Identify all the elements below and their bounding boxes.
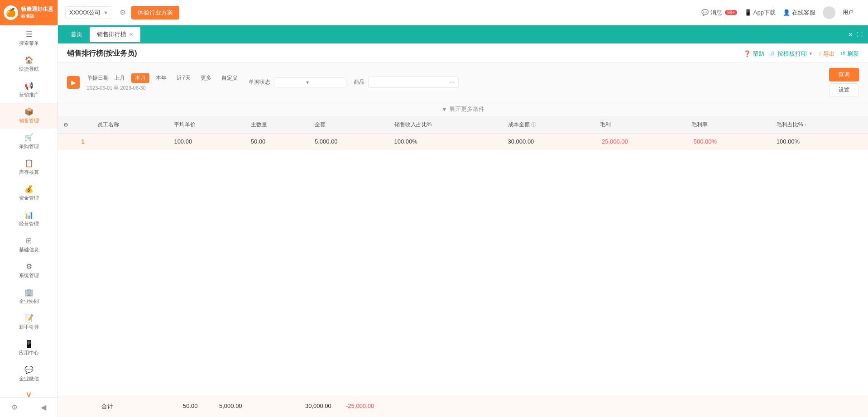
settings-bottom-icon[interactable]: ⚙ [8, 401, 21, 413]
tab-close-icon[interactable]: ✕ [129, 32, 133, 38]
tab-home-label: 首页 [71, 30, 82, 38]
refresh-btn[interactable]: ↺ 刷新 [840, 50, 859, 58]
sidebar-label-operation: 经营管理 [19, 220, 39, 227]
refresh-icon: ↺ [840, 50, 845, 57]
goods-input[interactable]: ··· [368, 77, 459, 88]
goods-more-icon[interactable]: ··· [450, 79, 455, 86]
app-download-label: App下载 [753, 9, 776, 17]
expand-conditions-bar[interactable]: ▼ 展开更多条件 [58, 102, 868, 116]
th-rank [74, 116, 92, 134]
goods-filter-group: 商品 ··· [354, 77, 459, 88]
row-cost: 30,000.00 [503, 134, 595, 150]
footer-cost: 30,000.00 [300, 401, 340, 412]
gross-pct-sort-icon[interactable]: ↕ [805, 122, 807, 127]
setting-button[interactable]: 设置 [829, 83, 859, 96]
date-filter-row: 单据日期 上月 本月 本年 近7天 更多 自定义 [87, 73, 241, 83]
logo-sub: 标准版 [21, 13, 53, 19]
export-btn[interactable]: ↑ 导出 [819, 50, 835, 58]
th-gear[interactable]: ⚙ [58, 116, 74, 134]
tab-close-window-icon[interactable]: ✕ [848, 31, 853, 38]
date-btn-more[interactable]: 更多 [197, 73, 215, 83]
sidebar-item-operation[interactable]: 📊 经营管理 [0, 206, 58, 232]
tab-home[interactable]: 首页 [63, 27, 90, 42]
refresh-label: 刷新 [847, 50, 859, 58]
inventory-icon: 📋 [24, 159, 34, 168]
sidebar-label-finance: 资金管理 [19, 195, 39, 201]
sidebar-item-basic[interactable]: ⊞ 基础信息 [0, 232, 58, 258]
status-select[interactable]: ▼ [274, 77, 346, 87]
table-footer: 合计 50.00 5,000.00 30,000.00 -25,000.00 [58, 396, 868, 417]
sidebar-item-purchase[interactable]: 🛒 采购管理 [0, 129, 58, 154]
sidebar-item-app-center[interactable]: 📱 应用中心 [0, 335, 58, 361]
sidebar-label-system: 系统管理 [19, 272, 39, 279]
sidebar-item-quick-nav[interactable]: 🏠 快捷导航 [0, 51, 58, 77]
app-download-action[interactable]: 📱 App下载 [744, 9, 776, 17]
date-filter-label: 单据日期 [87, 74, 109, 82]
footer-qty: 50.00 [177, 401, 214, 412]
filter-row: ▶ 单据日期 上月 本月 本年 近7天 更多 自定义 [67, 68, 859, 96]
th-amount: 全额 [309, 116, 389, 134]
sidebar-item-inventory[interactable]: 📋 库存核算 [0, 154, 58, 180]
help-icon: ❓ [743, 50, 751, 57]
topbar-settings-icon[interactable]: ⚙ [120, 8, 126, 17]
print-btn[interactable]: 🖨 按模板打印 ▼ [770, 50, 813, 58]
logo-icon: 🍊 [4, 5, 18, 20]
industry-btn[interactable]: 体验行业方案 [131, 6, 179, 19]
sidebar-label-enterprise: 企业协同 [19, 298, 39, 305]
footer-label: 合计 [96, 401, 141, 412]
footer-amount: 5,000.00 [214, 401, 254, 412]
sidebar-item-finance[interactable]: 💰 资金管理 [0, 180, 58, 206]
app-center-icon: 📱 [24, 340, 34, 348]
row-gear [58, 134, 74, 150]
filter-expand-arrow[interactable]: ▶ [67, 76, 80, 89]
sidebar-item-marketing[interactable]: 📢 营销推广 [0, 77, 58, 103]
date-btn-last-month[interactable]: 上月 [110, 73, 129, 83]
chevron-down-icon: ▼ [441, 106, 447, 113]
footer-gear-spacer [63, 401, 78, 412]
collapse-sidebar-icon[interactable]: ◀ [37, 401, 50, 413]
cost-info-icon[interactable]: ⓘ [531, 122, 536, 127]
th-qty: 主数量 [245, 116, 309, 134]
sidebar-item-sales[interactable]: 📦 销售管理 [0, 103, 58, 129]
online-service-action[interactable]: 👤 在线客服 [783, 9, 815, 17]
row-avg-price: 100.00 [168, 134, 245, 150]
date-btn-7days[interactable]: 近7天 [173, 73, 194, 83]
row-gross-pct: 100.00% [771, 134, 868, 150]
message-action[interactable]: 💬 消息 99+ [701, 9, 737, 17]
tab-sales-rank[interactable]: 销售排行榜 ✕ [90, 27, 140, 42]
sidebar-item-member[interactable]: V 畅会员 [0, 387, 58, 397]
sidebar-item-system[interactable]: ⚙ 系统管理 [0, 258, 58, 283]
search-menu-icon: ☰ [26, 30, 32, 38]
sidebar-label-wechat: 企业微信 [19, 375, 39, 382]
sidebar-item-enterprise[interactable]: 🏢 企业协同 [0, 283, 58, 309]
help-btn[interactable]: ❓ 帮助 [743, 50, 764, 58]
date-btn-this-month[interactable]: 本月 [131, 73, 149, 83]
query-button[interactable]: 查询 [829, 68, 859, 81]
th-sales-pct: 销售收入占比% [389, 116, 503, 134]
date-btn-custom[interactable]: 自定义 [218, 73, 241, 83]
page-header: 销售排行榜(按业务员) ❓ 帮助 🖨 按模板打印 ▼ ↑ 导出 ↺ 刷新 [58, 43, 868, 62]
date-btn-this-year[interactable]: 本年 [152, 73, 170, 83]
tab-expand-icon[interactable]: ⛶ [857, 31, 863, 38]
footer-rank-spacer [78, 401, 96, 412]
th-name: 员工名称 [92, 116, 168, 134]
sidebar-menu: ☰ 搜索菜单 🏠 快捷导航 📢 营销推广 📦 销售管理 🛒 采购管理 📋 库存核… [0, 25, 58, 397]
sidebar-item-guide[interactable]: 📝 新手引导 [0, 309, 58, 335]
status-chevron-icon: ▼ [305, 80, 310, 85]
sidebar-item-wechat[interactable]: 💬 企业微信 [0, 361, 58, 387]
row-amount: 5,000.00 [309, 134, 389, 150]
company-selector[interactable]: XXXXX公司 ▼ [65, 6, 112, 19]
tabbar: 首页 销售排行榜 ✕ ✕ ⛶ [58, 25, 868, 43]
print-chevron-icon: ▼ [809, 51, 813, 56]
sidebar-label-basic: 基础信息 [19, 246, 39, 253]
sidebar-label-guide: 新手引导 [19, 324, 39, 331]
sidebar-label-inventory: 库存核算 [19, 169, 39, 176]
tabbar-actions: ✕ ⛶ [848, 31, 863, 38]
main-area: XXXXX公司 ▼ ⚙ 体验行业方案 💬 消息 99+ 📱 App下载 👤 在线… [58, 0, 868, 417]
online-service-icon: 👤 [783, 9, 790, 16]
user-avatar[interactable] [823, 6, 835, 19]
table-body: 1 100.00 50.00 5,000.00 100.00% 30,000.0… [58, 134, 868, 150]
sidebar-item-search[interactable]: ☰ 搜索菜单 [0, 25, 58, 51]
th-cost: 成本全额 ⓘ [503, 116, 595, 134]
row-rank: 1 [74, 134, 92, 150]
